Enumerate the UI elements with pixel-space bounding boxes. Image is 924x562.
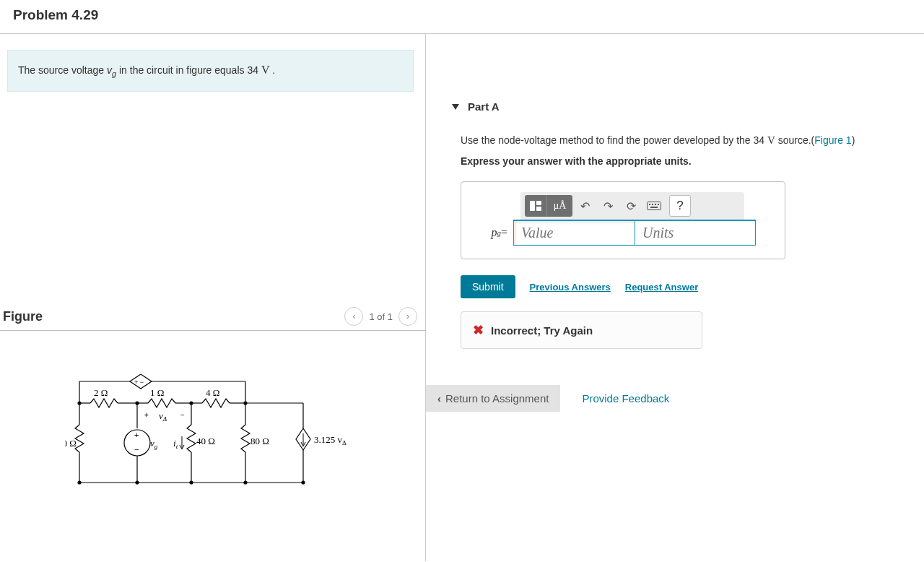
units-input[interactable] (635, 220, 756, 246)
request-answer-link[interactable]: Request Answer (625, 282, 698, 293)
info-mid: in the circuit in figure equals 34 (116, 64, 261, 76)
incorrect-icon: ✖ (473, 322, 484, 338)
svg-point-39 (302, 481, 305, 484)
svg-text:1 Ω: 1 Ω (150, 387, 164, 398)
caret-down-icon (452, 104, 459, 110)
previous-answers-link[interactable]: Previous Answers (530, 282, 611, 293)
undo-button[interactable]: ↶ (574, 195, 596, 217)
svg-point-37 (190, 481, 193, 484)
svg-text:3.125 vΔ: 3.125 vΔ (314, 434, 346, 446)
svg-text:40 Ω: 40 Ω (196, 436, 215, 446)
svg-rect-61 (658, 204, 659, 205)
left-column: The source voltage vg in the circuit in … (0, 34, 426, 561)
svg-rect-59 (652, 204, 653, 205)
svg-rect-62 (650, 207, 658, 208)
pg-label: pg = (471, 220, 513, 246)
bottom-row: ‹ Return to Assignment Provide Feedback (426, 385, 924, 412)
svg-text:2 Ω: 2 Ω (94, 387, 108, 398)
svg-rect-54 (530, 201, 535, 211)
svg-rect-55 (536, 201, 541, 205)
reset-button[interactable]: ⟳ (620, 195, 642, 217)
svg-text:vΔ: vΔ (159, 410, 167, 423)
actions-row: Submit Previous Answers Request Answer (461, 275, 924, 298)
part-a-instruction: Express your answer with the appropriate… (461, 155, 910, 167)
problem-statement: The source voltage vg in the circuit in … (7, 50, 414, 92)
return-button[interactable]: ‹ Return to Assignment (426, 385, 560, 412)
figure-header: Figure ‹ 1 of 1 › (0, 307, 426, 331)
chevron-left-icon: ‹ (437, 392, 441, 405)
redo-button[interactable]: ↷ (597, 195, 619, 217)
problem-title: Problem 4.29 (13, 7, 911, 23)
info-var: v (107, 64, 112, 76)
keyboard-icon[interactable] (643, 195, 665, 217)
svg-text:+  −: + − (134, 379, 144, 386)
figure-nav: ‹ 1 of 1 › (344, 307, 417, 326)
info-prefix: The source voltage (18, 64, 107, 76)
page-header: Problem 4.29 (0, 0, 924, 34)
figure-link[interactable]: Figure 1 (814, 134, 851, 146)
svg-rect-58 (649, 204, 650, 205)
svg-text:+: + (144, 411, 149, 419)
submit-button[interactable]: Submit (461, 275, 515, 298)
svg-point-38 (244, 481, 247, 484)
right-column: Part A Use the node-voltage method to fi… (426, 34, 924, 561)
figure-page-indicator: 1 of 1 (369, 311, 393, 322)
part-a-title: Part A (468, 100, 500, 113)
templates-icon[interactable] (525, 195, 546, 217)
figure-prev-button[interactable]: ‹ (344, 307, 363, 326)
mu-angstrom-button[interactable]: μÅ (546, 195, 572, 217)
feedback-box: ✖ Incorrect; Try Again (461, 311, 702, 349)
svg-text:it: it (173, 438, 178, 450)
svg-text:80 Ω: 80 Ω (250, 436, 269, 446)
svg-rect-60 (655, 204, 656, 205)
figure-title: Figure (3, 309, 344, 324)
info-unit: V (261, 64, 270, 76)
feedback-text: Incorrect; Try Again (491, 324, 593, 337)
answer-box: μÅ ↶ ↷ ⟳ ? pg = (461, 181, 785, 259)
figure-next-button[interactable]: › (398, 307, 417, 326)
part-a-header[interactable]: Part A (426, 85, 924, 113)
svg-rect-57 (648, 202, 661, 210)
part-a-prompt: Use the node-voltage method to find the … (461, 134, 910, 147)
info-suffix: . (269, 64, 275, 76)
svg-rect-56 (536, 207, 541, 211)
circuit-diagram: + − (65, 374, 426, 521)
svg-text:4 Ω: 4 Ω (206, 387, 219, 398)
svg-text:+: + (134, 431, 139, 439)
svg-text:−: − (180, 411, 185, 419)
svg-point-35 (78, 481, 81, 484)
svg-text:vg: vg (150, 438, 158, 450)
provide-feedback-link[interactable]: Provide Feedback (582, 392, 669, 405)
answer-toolbar: μÅ ↶ ↷ ⟳ ? (520, 192, 744, 220)
svg-text:20 Ω: 20 Ω (65, 438, 77, 449)
value-input[interactable] (513, 220, 635, 246)
svg-text:−: − (134, 445, 139, 454)
help-button[interactable]: ? (669, 195, 691, 217)
svg-point-36 (136, 481, 139, 484)
